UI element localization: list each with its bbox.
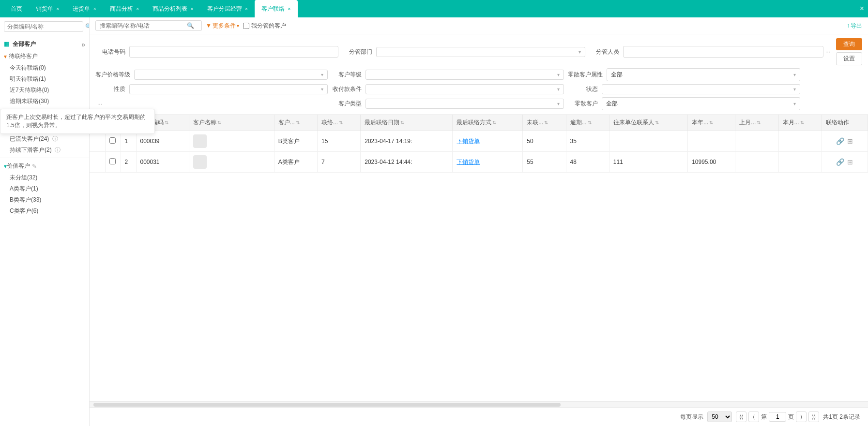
customer-table: ⚙ 客户编码 ⇅ — [90, 115, 868, 173]
col-name[interactable]: 客户名称 ⇅ — [189, 115, 274, 131]
nav-sales-order-close[interactable]: × — [56, 6, 59, 12]
sidebar-item-declining[interactable]: 持续下滑客户(2) ⓘ — [0, 145, 89, 156]
grid-action-icon-1[interactable]: ⊞ — [847, 137, 853, 145]
retail-customer-select[interactable]: 全部 ▾ — [602, 97, 800, 110]
payment-select[interactable]: ▾ — [365, 84, 564, 94]
manager-dots-btn[interactable]: ··· — [823, 46, 832, 57]
col-last-month[interactable]: 上月... ⇅ — [735, 115, 778, 131]
nav-product-analysis[interactable]: 商品分析 × — [103, 0, 146, 17]
sidebar-value-group[interactable]: ▾ 价值客户 ✎ — [0, 160, 89, 172]
sort-method-icon: ⇅ — [492, 120, 496, 125]
col-overdue[interactable]: 逾期... ⇅ — [566, 115, 609, 131]
next-page-btn[interactable]: ⟩ — [796, 411, 807, 422]
page-label: 第 — [761, 413, 767, 421]
export-button[interactable]: ↑ 导出 — [847, 22, 862, 30]
sidebar-item-c-class[interactable]: C类客户(6) — [0, 206, 89, 217]
cell-assoc-2: 111 — [609, 152, 687, 173]
cell-checkbox-2 — [105, 152, 121, 173]
col-contact[interactable]: 联络... ⇅ — [318, 115, 361, 131]
table-header-row: ⚙ 客户编码 ⇅ — [90, 115, 868, 131]
edit-icon[interactable]: ✎ — [32, 163, 37, 170]
nav-product-analysis-list[interactable]: 商品分析列表 × — [146, 0, 200, 17]
col-last-contact-date[interactable]: 最后联络日期 ⇅ — [361, 115, 453, 131]
query-button[interactable]: 查询 — [836, 38, 862, 50]
close-all-button[interactable]: × — [860, 4, 864, 13]
row2-checkbox[interactable] — [109, 158, 116, 164]
status-select[interactable]: ▾ — [602, 84, 800, 94]
price-level-select[interactable]: ▾ — [134, 70, 328, 80]
sidebar-search-icon[interactable]: 🔍 — [85, 23, 90, 30]
prev-page-btn[interactable]: ⟨ — [748, 411, 759, 422]
filter-search-icon[interactable]: 🔍 — [187, 22, 194, 29]
cell-index-2: 2 — [121, 152, 136, 173]
horizontal-scrollbar[interactable] — [90, 401, 868, 407]
col-last-contact-method[interactable]: 最后联络方式 ⇅ — [453, 115, 523, 131]
customer-type-arrow: ▾ — [557, 101, 560, 106]
nav-customer-segment[interactable]: 客户分层经营 × — [200, 0, 255, 17]
col-customer-type[interactable]: 客户... ⇅ — [274, 115, 317, 131]
col-this-year[interactable]: 本年... ⇅ — [688, 115, 735, 131]
row4-dots-btn[interactable]: ··· — [95, 99, 104, 109]
method-link-1[interactable]: 下销货单 — [457, 138, 480, 145]
link-icon-1[interactable]: 🔗 — [836, 137, 844, 145]
sort-type-icon: ⇅ — [296, 120, 300, 125]
settings-button[interactable]: 设置 — [836, 52, 862, 65]
action-icons-1: 🔗 ⊞ — [826, 137, 864, 145]
link-icon-2[interactable]: 🔗 — [836, 158, 844, 166]
sidebar-item-ungrouped[interactable]: 未分组(32) — [0, 172, 89, 183]
sidebar-item-overdue[interactable]: 逾期未联络(30) — [0, 96, 89, 107]
scrollbar-thumb[interactable] — [93, 403, 561, 407]
grid-action-icon-2[interactable]: ⊞ — [847, 158, 853, 166]
my-customers-checkbox[interactable] — [243, 23, 249, 29]
nav-customer-contact[interactable]: 客户联络 × — [255, 0, 297, 17]
manager-input[interactable] — [623, 46, 823, 58]
customer-level-arrow: ▾ — [557, 72, 560, 77]
cell-lastmonth-2 — [735, 152, 778, 173]
sidebar-item-7days[interactable]: 近7天待联络(0) — [0, 85, 89, 96]
per-page-select[interactable]: 50 100 200 — [707, 411, 732, 422]
filter-field-price-level: 客户价格等级 ▾ — [95, 70, 328, 80]
nav-product-analysis-list-close[interactable]: × — [190, 6, 193, 12]
grid-icon: ▦ — [4, 41, 9, 47]
sidebar-item-a-class[interactable]: A类客户(1) — [0, 183, 89, 194]
nav-customer-contact-close[interactable]: × — [288, 6, 290, 12]
phone-input[interactable] — [129, 46, 338, 58]
sidebar-item-tomorrow[interactable]: 明天待联络(1) — [0, 73, 89, 85]
filter-actions: 查询 设置 — [836, 38, 862, 65]
col-this-month[interactable]: 本月... ⇅ — [778, 115, 822, 131]
customer-level-label: 客户等级 — [332, 71, 365, 79]
sidebar-item-b-class[interactable]: B类客户(33) — [0, 194, 89, 206]
sidebar-all-customers-title: ▦ 全部客户 » — [0, 36, 89, 50]
filter-search-box: 🔍 — [95, 20, 202, 31]
nav-customer-segment-close[interactable]: × — [245, 6, 248, 12]
sidebar-collapse-btn[interactable]: » — [81, 41, 85, 48]
cell-action-1: 🔗 ⊞ — [822, 131, 868, 152]
nav-purchase-order-close[interactable]: × — [93, 6, 96, 12]
page-number-input[interactable] — [769, 412, 786, 422]
customer-type-select[interactable]: ▾ — [365, 99, 564, 109]
first-page-btn[interactable]: ⟨⟨ — [736, 411, 746, 422]
method-link-2[interactable]: 下销货单 — [457, 159, 480, 165]
department-select[interactable]: ▾ — [376, 47, 585, 57]
customer-level-select[interactable]: ▾ — [365, 70, 564, 80]
retail-attr-select[interactable]: 全部 ▾ — [607, 68, 800, 81]
sidebar-item-churned[interactable]: 已流失客户(24) ⓘ — [0, 133, 89, 145]
sidebar-group-pending[interactable]: ▾ 待联络客户 — [0, 50, 89, 62]
phone-label: 电话号码 — [95, 48, 129, 56]
filter-icon: ▼ — [206, 22, 212, 29]
cell-uncontacted-2: 55 — [523, 152, 566, 173]
last-page-btn[interactable]: ⟩⟩ — [808, 411, 819, 422]
filter-search-input[interactable] — [100, 22, 187, 29]
nav-sales-order[interactable]: 销货单 × — [29, 0, 66, 17]
sidebar-search-input[interactable] — [4, 21, 83, 32]
nav-purchase-order[interactable]: 进货单 × — [66, 0, 103, 17]
nature-select[interactable]: ▾ — [129, 84, 328, 94]
row1-checkbox[interactable] — [109, 137, 116, 144]
nav-home[interactable]: 首页 — [4, 0, 29, 17]
nav-product-analysis-close[interactable]: × — [136, 6, 139, 12]
col-uncontacted[interactable]: 未联... ⇅ — [523, 115, 566, 131]
sidebar-item-today[interactable]: 今天待联络(0) — [0, 62, 89, 73]
filter-more-conditions[interactable]: ▼ 更多条件 ▾ — [206, 22, 239, 30]
col-associated-person[interactable]: 往来单位联系人 ⇅ — [609, 115, 687, 131]
tooltip-box: 距客户上次交易时长，超过了此客户的平均交易周期的1.5倍，则视为异常。 — [0, 109, 155, 134]
